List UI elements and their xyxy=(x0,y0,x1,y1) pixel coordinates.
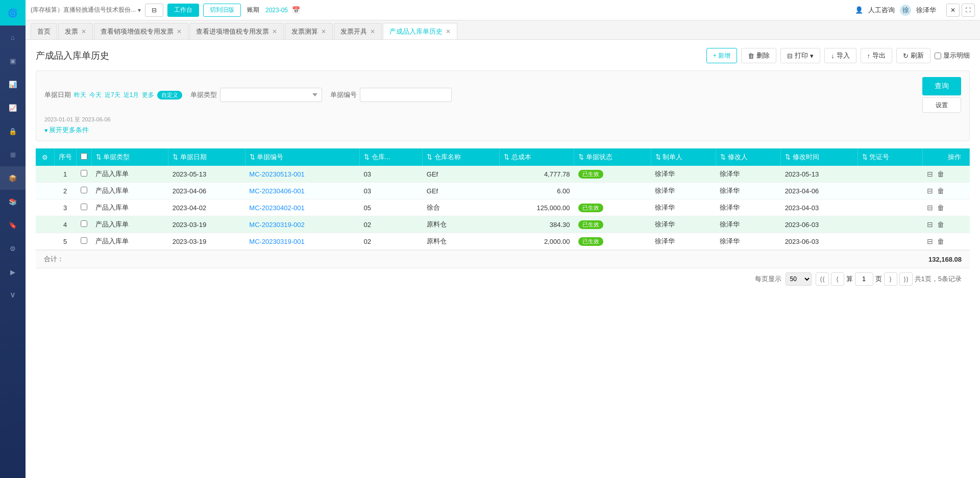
th-status[interactable]: ⇅ 单据状态 xyxy=(574,148,651,166)
th-modify-time[interactable]: ⇅ 修改时间 xyxy=(781,148,858,166)
next-page-btn[interactable]: ⟩ xyxy=(884,272,897,286)
edit-icon[interactable]: ⊟ xyxy=(927,187,933,195)
tab-product-history[interactable]: 产成品入库单历史 ✕ xyxy=(383,23,457,39)
row-number[interactable]: MC-20230402-001 xyxy=(245,199,359,216)
dropdown-icon[interactable]: ▾ xyxy=(138,7,141,14)
row-checkbox[interactable] xyxy=(76,199,91,216)
row-number[interactable]: MC-20230406-001 xyxy=(245,183,359,199)
select-all-checkbox[interactable] xyxy=(81,153,87,160)
grid-icon: ⊞ xyxy=(10,151,16,159)
import-btn[interactable]: ↓ 导入 xyxy=(824,48,856,63)
tab-invoice-calc-close[interactable]: ✕ xyxy=(321,28,326,35)
filter-today[interactable]: 今天 xyxy=(89,91,102,99)
row-checkbox[interactable] xyxy=(76,166,91,183)
sidebar-item-stamp[interactable]: 🔖 xyxy=(0,213,26,237)
filter-more[interactable]: 更多 xyxy=(142,91,154,99)
sidebar-item-analysis[interactable]: 📈 xyxy=(0,96,26,119)
tab-sales-vat-close[interactable]: ✕ xyxy=(177,28,182,35)
edit-icon[interactable]: ⊟ xyxy=(927,204,933,212)
sidebar-item-grid[interactable]: ⊞ xyxy=(0,143,26,166)
reset-btn[interactable]: 设置 xyxy=(922,97,961,113)
delete-row-icon[interactable]: 🗑 xyxy=(937,204,944,212)
th-voucher[interactable]: ⇅ 凭证号 xyxy=(857,148,922,166)
row-number-link[interactable]: MC-20230319-002 xyxy=(249,221,304,229)
tab-invoice[interactable]: 发票 ✕ xyxy=(58,23,93,39)
sidebar-item-chart[interactable]: 📊 xyxy=(0,72,26,96)
calendar-icon[interactable]: 📅 xyxy=(292,6,300,14)
maximize-btn[interactable]: ⛶ xyxy=(962,4,975,17)
workbench-btn[interactable]: 工作台 xyxy=(167,4,199,17)
edit-icon[interactable]: ⊟ xyxy=(927,220,933,229)
tab-purchase-vat-close[interactable]: ✕ xyxy=(272,28,277,35)
switch-old-btn[interactable]: 切到旧版 xyxy=(203,4,241,17)
tab-purchase-vat[interactable]: 查看进项增值税专用发票 ✕ xyxy=(189,23,284,39)
number-filter-input[interactable] xyxy=(360,88,452,102)
filter-7days[interactable]: 近7天 xyxy=(105,91,120,99)
tab-product-history-close[interactable]: ✕ xyxy=(446,28,451,35)
sidebar-item-lock[interactable]: 🔒 xyxy=(0,119,26,143)
last-page-btn[interactable]: ⟩⟩ xyxy=(899,272,913,286)
delete-row-icon[interactable]: 🗑 xyxy=(937,237,944,245)
tab-home[interactable]: 首页 xyxy=(31,23,57,39)
page-input[interactable] xyxy=(855,272,873,286)
copy-btn[interactable]: ⊟ xyxy=(145,4,163,17)
delete-btn[interactable]: 🗑 删除 xyxy=(741,48,776,63)
delete-row-icon[interactable]: 🗑 xyxy=(937,187,944,195)
tab-invoice-close[interactable]: ✕ xyxy=(81,28,86,35)
delete-row-icon[interactable]: 🗑 xyxy=(937,170,944,178)
row-checkbox[interactable] xyxy=(76,233,91,250)
th-settings[interactable]: ⚙ xyxy=(36,148,54,166)
sidebar-item-book[interactable]: 📚 xyxy=(0,190,26,213)
expand-filter-btn[interactable]: ▾ 展开更多条件 xyxy=(44,125,89,135)
th-modifier[interactable]: ⇅ 修改人 xyxy=(716,148,780,166)
page-size-select[interactable]: 20 50 100 xyxy=(786,272,812,286)
first-page-btn[interactable]: ⟨⟨ xyxy=(816,272,829,286)
print-btn[interactable]: ⊟ 打印 ▾ xyxy=(780,48,820,63)
th-date[interactable]: ⇅ 单据日期 xyxy=(168,148,246,166)
close-btn[interactable]: ✕ xyxy=(946,4,960,17)
th-total-cost[interactable]: ⇅ 总成本 xyxy=(499,148,574,166)
tab-invoice-issue-close[interactable]: ✕ xyxy=(370,28,375,35)
row-number[interactable]: MC-20230319-001 xyxy=(245,233,359,250)
sidebar-item-video[interactable]: ▶ xyxy=(0,260,26,284)
row-number-link[interactable]: MC-20230319-001 xyxy=(249,238,304,245)
filter-1month[interactable]: 近1月 xyxy=(124,91,139,99)
th-creator[interactable]: ⇅ 制单人 xyxy=(651,148,716,166)
sidebar-item-package[interactable]: 📦 xyxy=(0,166,26,190)
th-warehouse-name[interactable]: ⇅ 仓库名称 xyxy=(423,148,500,166)
row-number[interactable]: MC-20230513-001 xyxy=(245,166,359,183)
export-btn[interactable]: ↑ 导出 xyxy=(861,48,893,63)
th-warehouse-code[interactable]: ⇅ 仓库... xyxy=(359,148,422,166)
sidebar-item-document[interactable]: ▣ xyxy=(0,49,26,72)
row-operation: ⊟ 🗑 xyxy=(923,166,970,183)
row-number-link[interactable]: MC-20230406-001 xyxy=(249,187,304,195)
filter-row-2: 2023-01-01 至 2023-06-06 xyxy=(44,116,961,123)
tab-sales-vat[interactable]: 查看销项增值税专用发票 ✕ xyxy=(94,23,188,39)
tab-invoice-issue[interactable]: 发票开具 ✕ xyxy=(334,23,382,39)
refresh-btn[interactable]: ↻ 刷新 xyxy=(896,48,930,63)
edit-icon[interactable]: ⊟ xyxy=(927,170,933,178)
row-checkbox[interactable] xyxy=(76,183,91,199)
filter-custom-tag[interactable]: 自定义 xyxy=(157,91,182,99)
user-name[interactable]: 徐泽华 xyxy=(916,6,936,15)
sidebar-item-settings[interactable]: ⚙ xyxy=(0,237,26,260)
filter-yesterday[interactable]: 昨天 xyxy=(74,91,86,99)
help-label[interactable]: 人工咨询 xyxy=(868,6,895,15)
row-number-link[interactable]: MC-20230513-001 xyxy=(249,170,304,178)
row-checkbox[interactable] xyxy=(76,216,91,233)
prev-page-btn[interactable]: ⟨ xyxy=(831,272,844,286)
row-number[interactable]: MC-20230319-002 xyxy=(245,216,359,233)
row-number-link[interactable]: MC-20230402-001 xyxy=(249,204,304,212)
query-btn[interactable]: 查询 xyxy=(922,77,961,95)
th-type[interactable]: ⇅ 单据类型 xyxy=(91,148,168,166)
tab-invoice-calc[interactable]: 发票测算 ✕ xyxy=(285,23,333,39)
th-checkbox[interactable] xyxy=(76,148,91,166)
sidebar-item-home[interactable]: ⌂ xyxy=(0,26,26,49)
sidebar-item-version[interactable]: V xyxy=(0,284,26,307)
edit-icon[interactable]: ⊟ xyxy=(927,237,933,245)
type-filter-select[interactable] xyxy=(220,88,322,102)
display-toggle-checkbox[interactable] xyxy=(935,53,941,59)
new-btn[interactable]: + 新增 xyxy=(706,48,737,63)
delete-row-icon[interactable]: 🗑 xyxy=(937,220,944,229)
th-number[interactable]: ⇅ 单据编号 xyxy=(245,148,359,166)
